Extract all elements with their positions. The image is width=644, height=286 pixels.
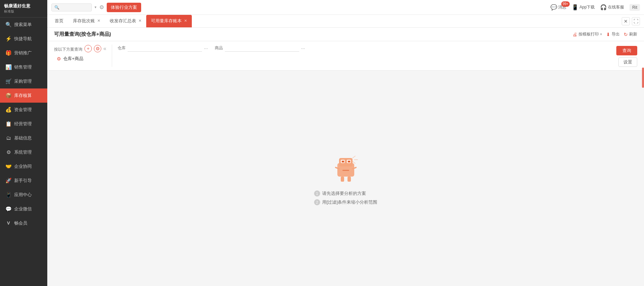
empty-illustration — [329, 151, 363, 185]
empty-tip-1-text: 请先选择要分析的方案 — [322, 190, 366, 197]
search-icon: 🔍 — [5, 22, 11, 28]
search-box[interactable]: 🔍 — [51, 3, 92, 11]
tab-home[interactable]: 首页 — [50, 15, 68, 27]
topbar: 🔍 ▾ ⚙ 体验行业方案 💬 消息 99+ 📱 App下载 🎧 在线客服 Rit — [47, 0, 644, 15]
tab-receipt-summary-close-icon[interactable]: ✕ — [138, 19, 141, 23]
sidebar-item-basic-info[interactable]: 🗂 基础信息 — [0, 131, 47, 145]
empty-state: 1 请先选择要分析的方案 2 用[过滤]条件来缩小分析范围 — [47, 71, 644, 286]
page-title: 可用量查询(按仓库+商品) — [54, 31, 111, 37]
sidebar-item-label: 企业协同 — [14, 163, 32, 170]
sidebar-item-quick-nav[interactable]: ⚡ 快捷导航 — [0, 32, 47, 46]
sidebar-item-onboarding[interactable]: 🚀 新手引导 — [0, 174, 47, 188]
filter-row: 仓库 ··· 商品 ··· — [118, 45, 611, 52]
sidebar-item-wecom[interactable]: 💬 企业微信 — [0, 202, 47, 216]
goods-more-icon[interactable]: ··· — [301, 46, 305, 51]
empty-tip-2-text: 用[过滤]条件来缩小分析范围 — [322, 199, 377, 205]
sidebar-item-sales[interactable]: 📊 销售管理 — [0, 60, 47, 74]
sidebar-item-label: 营销推广 — [14, 50, 32, 56]
message-count-badge: 99+ — [561, 1, 570, 7]
sidebar-item-cooperation[interactable]: 🤝 企业协同 — [0, 159, 47, 174]
online-service-button[interactable]: 🎧 在线客服 — [600, 4, 624, 10]
app-download-button[interactable]: 📱 App下载 — [572, 4, 595, 10]
handshake-icon: 🤝 — [5, 163, 11, 170]
user-button[interactable]: Rit — [629, 4, 640, 11]
sidebar-item-membership[interactable]: V 畅会员 — [0, 216, 47, 230]
empty-tips: 1 请先选择要分析的方案 2 用[过滤]条件来缩小分析范围 — [314, 190, 377, 205]
filter-divider — [112, 45, 112, 67]
tab-receipt-summary-label: 收发存汇总表 — [110, 18, 136, 24]
money-icon: 💰 — [5, 107, 11, 113]
dropdown-chevron-icon[interactable]: ▾ — [95, 5, 97, 9]
gift-icon: 🎁 — [5, 50, 11, 56]
sidebar-item-inventory[interactable]: 📦 库存核算 — [0, 88, 47, 103]
sidebar: 畅康通好生意 标准版 🔍 搜索菜单 ⚡ 快捷导航 🎁 营销推广 📊 销售管理 🛒… — [0, 0, 47, 286]
print-dropdown-icon[interactable]: ▾ — [600, 32, 602, 36]
cart-icon: 🛒 — [5, 78, 11, 84]
sidebar-item-operations[interactable]: 📋 经营管理 — [0, 117, 47, 131]
svg-line-13 — [353, 161, 355, 163]
query-button[interactable]: 查询 — [616, 46, 637, 55]
tab-batch-account[interactable]: 库存批次账 ✕ — [68, 15, 105, 27]
tab-maximize-button[interactable]: ⛶ — [632, 17, 640, 25]
message-button[interactable]: 💬 消息 99+ — [550, 4, 566, 10]
inventory-icon: 📦 — [5, 93, 11, 99]
sidebar-item-marketing[interactable]: 🎁 营销推广 — [0, 46, 47, 60]
tab-available-ledger-close-icon[interactable]: ✕ — [184, 19, 187, 23]
warehouse-input[interactable] — [128, 45, 202, 52]
wechat-icon: 💬 — [5, 206, 11, 212]
sidebar-item-label: 采购管理 — [14, 78, 32, 84]
refresh-label: 刷新 — [629, 31, 637, 37]
online-service-label: 在线客服 — [608, 4, 624, 10]
print-button[interactable]: 🖨 按模板打印 ▾ — [572, 31, 602, 37]
sidebar-item-label: 经营管理 — [14, 121, 32, 127]
add-scheme-button[interactable]: ＋ — [84, 45, 92, 52]
filter-scheme-panel: 按以下方案查询 ＋ ⚙ « ⚙ 仓库+商品 — [54, 45, 106, 63]
lightning-icon: ⚡ — [5, 36, 11, 42]
mobile-icon: 📱 — [5, 192, 11, 198]
sidebar-item-system[interactable]: ⚙ 系统管理 — [0, 145, 47, 159]
export-icon: ⬇ — [606, 32, 610, 37]
sidebar-item-app-center[interactable]: 📱 应用中心 — [0, 188, 47, 202]
sidebar-item-search[interactable]: 🔍 搜索菜单 — [0, 18, 47, 32]
page-actions: 🖨 按模板打印 ▾ ⬇ 导出 ↻ 刷新 — [572, 31, 637, 37]
filter-actions: 查询 设置 — [616, 45, 637, 67]
sidebar-item-label: 库存核算 — [14, 93, 32, 99]
settings-button[interactable]: 设置 — [618, 57, 637, 67]
sidebar-item-label: 基础信息 — [14, 135, 32, 141]
collapse-filter-button[interactable]: « — [103, 46, 106, 52]
svg-line-11 — [353, 156, 355, 158]
goods-input[interactable] — [225, 45, 299, 52]
sidebar-item-label: 搜索菜单 — [14, 22, 32, 28]
scheme-settings-button[interactable]: ⚙ — [94, 45, 101, 52]
sidebar-item-label: 企业微信 — [14, 206, 32, 212]
scheme-icon: ⚙ — [57, 56, 61, 61]
sidebar-item-label: 畅会员 — [14, 220, 27, 226]
folder-icon: 🗂 — [5, 135, 11, 141]
content-area: 可用量查询(按仓库+商品) 🖨 按模板打印 ▾ ⬇ 导出 ↻ 刷新 — [47, 28, 644, 286]
tab-batch-account-close-icon[interactable]: ✕ — [97, 19, 100, 23]
scheme-item-warehouse-goods[interactable]: ⚙ 仓库+商品 — [54, 54, 106, 63]
tab-receipt-summary[interactable]: 收发存汇总表 ✕ — [105, 15, 146, 27]
export-label: 导出 — [612, 31, 620, 37]
sidebar-item-purchase[interactable]: 🛒 采购管理 — [0, 74, 47, 88]
tab-close-button[interactable]: ✕ — [622, 17, 630, 25]
app-subtitle: 标准版 — [4, 9, 43, 14]
filter-scheme-header: 按以下方案查询 ＋ ⚙ « — [54, 45, 106, 52]
tab-available-ledger[interactable]: 可用量库存账本 ✕ — [146, 15, 192, 27]
gear-icon: ⚙ — [5, 149, 11, 155]
warehouse-more-icon[interactable]: ··· — [204, 46, 208, 51]
scrollbar-thumb[interactable] — [642, 68, 644, 88]
industry-solution-button[interactable]: 体验行业方案 — [107, 3, 141, 12]
refresh-button[interactable]: ↻ 刷新 — [624, 31, 637, 37]
app-title: 畅康通好生意 — [4, 3, 43, 9]
svg-rect-9 — [341, 177, 344, 182]
chart-icon: 📊 — [5, 64, 11, 70]
settings-gear-icon[interactable]: ⚙ — [99, 4, 104, 10]
sidebar-item-finance[interactable]: 💰 资金管理 — [0, 103, 47, 117]
warehouse-label: 仓库 — [118, 45, 126, 51]
sidebar-item-label: 系统管理 — [14, 149, 32, 155]
export-button[interactable]: ⬇ 导出 — [606, 31, 620, 37]
sidebar-item-label: 资金管理 — [14, 107, 32, 113]
message-icon: 💬 — [550, 4, 557, 10]
print-label: 按模板打印 — [578, 31, 599, 37]
